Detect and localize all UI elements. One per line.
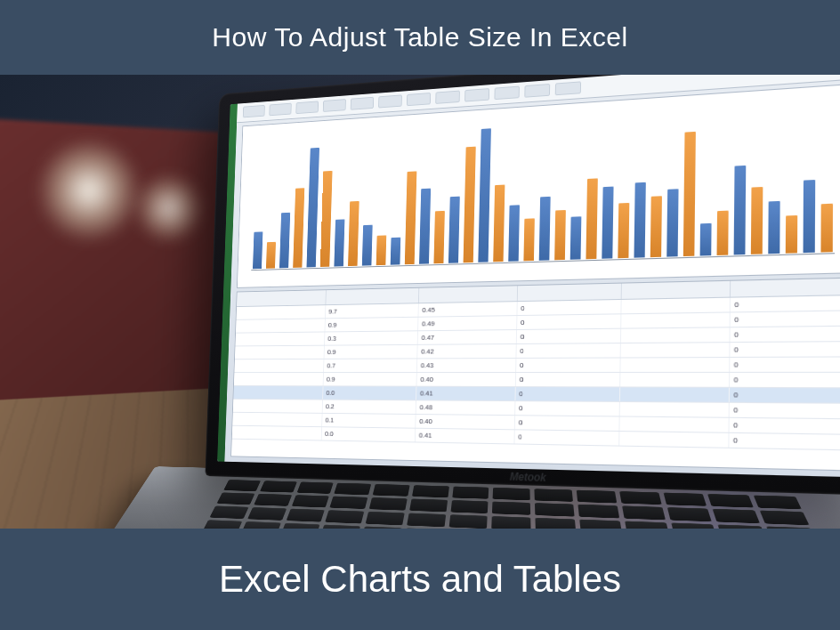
excel-screen: 9.70.45000.90.49000.30.47000.90.42000.70… — [217, 75, 840, 477]
excel-grid: 9.70.45000.90.49000.30.47000.90.42000.70… — [230, 278, 840, 472]
laptop: 9.70.45000.90.49000.30.47000.90.42000.70… — [144, 75, 840, 529]
laptop-screen-frame: 9.70.45000.90.49000.30.47000.90.42000.70… — [205, 75, 840, 496]
hero-image: 9.70.45000.90.49000.30.47000.90.42000.70… — [0, 75, 840, 529]
header-bar: How To Adjust Table Size In Excel — [0, 0, 840, 75]
footer-caption: Excel Charts and Tables — [219, 558, 621, 601]
page-title: How To Adjust Table Size In Excel — [212, 22, 627, 52]
laptop-brand: Metook — [497, 470, 558, 484]
footer-bar: Excel Charts and Tables — [0, 529, 840, 630]
